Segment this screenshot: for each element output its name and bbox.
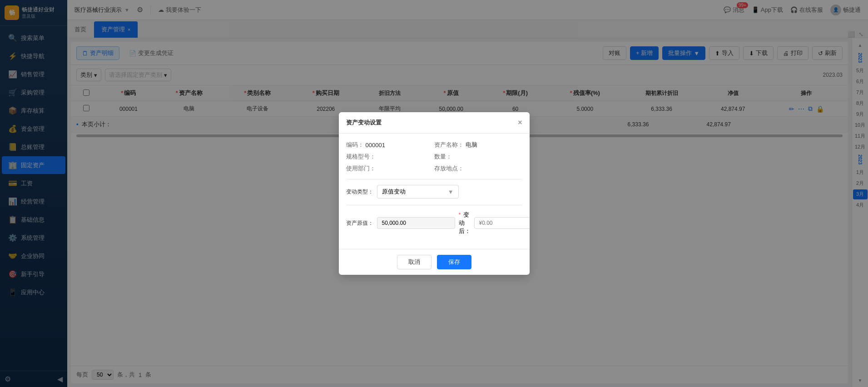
modal-original-value-label: 资产原值： [346, 219, 373, 227]
modal-body: 编码： 000001 资产名称： 电脑 规格型号： 数量： 使用部门： [339, 134, 530, 249]
modal-change-type-label: 变动类型： [346, 188, 373, 196]
modal-dept-item: 使用部门： [346, 164, 434, 173]
modal-asset-name-label: 资产名称： [434, 141, 464, 149]
modal-code-value: 000001 [366, 142, 385, 149]
modal-quantity-item: 数量： [434, 153, 522, 161]
modal-footer: 取消 保存 [339, 249, 530, 275]
modal-title: 资产变动设置 [346, 119, 382, 127]
modal-spec-label: 规格型号： [346, 153, 376, 161]
modal-code-label: 编码： [346, 141, 364, 149]
modal-required-after: * 变动后： [459, 211, 471, 235]
modal-change-type-value: 原值变动 [382, 188, 406, 196]
modal-spec-item: 规格型号： [346, 153, 434, 161]
asset-change-modal: 资产变动设置 × 编码： 000001 资产名称： 电脑 规格型号： 数 [339, 112, 530, 275]
modal-save-button[interactable]: 保存 [437, 255, 471, 269]
modal-quantity-label: 数量： [434, 153, 452, 161]
modal-close-button[interactable]: × [518, 119, 522, 127]
modal-asset-name-item: 资产名称： 电脑 [434, 141, 522, 149]
modal-asset-name-value: 电脑 [466, 141, 477, 149]
modal-cancel-button[interactable]: 取消 [397, 255, 432, 269]
modal-overlay: 资产变动设置 × 编码： 000001 资产名称： 电脑 规格型号： 数 [0, 0, 868, 387]
modal-header: 资产变动设置 × [339, 112, 530, 134]
modal-divider-1 [346, 179, 522, 179]
modal-value-row: 资产原值： * 变动后： [346, 211, 522, 235]
modal-change-type-select[interactable]: 原值变动 ▼ [377, 185, 459, 198]
modal-original-value-input[interactable] [377, 217, 455, 229]
modal-after-value-input[interactable] [474, 217, 530, 229]
modal-location-label: 存放地点： [434, 164, 464, 173]
modal-divider-2 [346, 205, 522, 205]
modal-location-item: 存放地点： [434, 164, 522, 173]
modal-change-type-dropdown-icon: ▼ [448, 189, 454, 195]
modal-dept-label: 使用部门： [346, 164, 376, 173]
modal-code-item: 编码： 000001 [346, 141, 434, 149]
modal-change-type-row: 变动类型： 原值变动 ▼ [346, 185, 522, 198]
modal-info-grid: 编码： 000001 资产名称： 电脑 规格型号： 数量： 使用部门： [346, 141, 522, 173]
